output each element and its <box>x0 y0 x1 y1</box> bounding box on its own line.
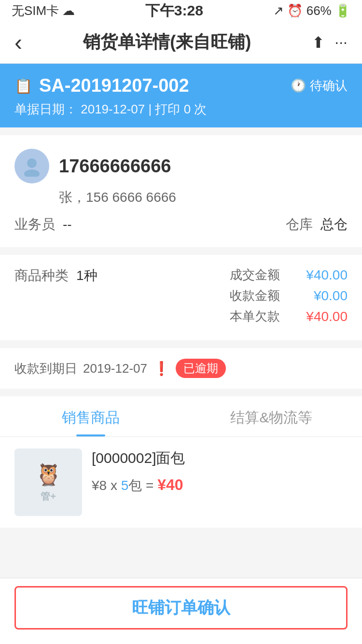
more-icon[interactable]: ··· <box>334 33 348 51</box>
nav-bar: ‹ 销货单详情(来自旺铺) ⬆ ··· <box>0 21 362 64</box>
status-bar: 无SIM卡 ☁ 下午3:28 ↗ ⏰ 66% 🔋 <box>0 0 362 21</box>
salesman-label: 业务员 <box>14 215 55 234</box>
svg-point-1 <box>24 169 40 177</box>
product-price: ¥8 x 5包 = ¥40 <box>92 476 348 495</box>
salesman-value: -- <box>63 217 72 232</box>
customer-meta: 业务员 -- 仓库 总仓 <box>14 215 348 234</box>
bottom-button-area: 旺铺订单确认 <box>0 578 362 644</box>
amount-label: 成交金额 <box>230 266 280 283</box>
warehouse-value: 总仓 <box>320 215 348 234</box>
status-time: 下午3:28 <box>145 1 203 21</box>
tabs-row: 销售商品 结算&物流等 <box>0 396 362 437</box>
owed-label: 本单欠款 <box>230 308 280 325</box>
order-header: 📋 SA-20191207-002 🕐 待确认 单据日期： 2019-12-07… <box>0 64 362 127</box>
sim-status: 无SIM卡 ☁ <box>12 2 75 19</box>
owed-value: ¥40.00 <box>290 309 348 324</box>
avatar <box>14 149 49 183</box>
clock-icon: 🕐 <box>291 78 306 93</box>
confirm-order-button[interactable]: 旺铺订单确认 <box>14 586 348 630</box>
product-name: [0000002]面包 <box>92 448 348 468</box>
product-type-value: 1种 <box>76 266 97 285</box>
overdue-badge: 已逾期 <box>176 359 226 378</box>
back-button[interactable]: ‹ <box>14 29 22 56</box>
nav-icons: ⬆ ··· <box>312 33 348 52</box>
due-date-value: 2019-12-07 <box>83 361 147 376</box>
customer-section: 17666666666 张，156 6666 6666 业务员 -- 仓库 总仓 <box>0 135 362 247</box>
thumb-brand-text: 管+ <box>41 490 56 503</box>
customer-name: 张，156 6666 6666 <box>59 188 348 207</box>
amount-value: ¥40.00 <box>290 267 348 283</box>
amounts-block: 成交金额 ¥40.00 收款金额 ¥0.00 本单欠款 ¥40.00 <box>230 266 348 329</box>
warehouse-label: 仓库 <box>286 215 313 234</box>
order-status: 🕐 待确认 <box>291 77 348 94</box>
product-type-label: 商品种类 <box>14 266 69 285</box>
battery-icon: ↗ ⏰ 66% 🔋 <box>273 3 350 18</box>
tab-settlement[interactable]: 结算&物流等 <box>181 396 362 436</box>
product-info: [0000002]面包 ¥8 x 5包 = ¥40 <box>92 448 348 516</box>
status-left: 无SIM卡 ☁ <box>12 2 75 19</box>
collection-label: 收款金额 <box>230 287 280 304</box>
product-thumbnail: 🦉 管+ <box>14 448 82 516</box>
collection-value: ¥0.00 <box>290 288 348 304</box>
order-icon: 📋 <box>14 77 32 94</box>
tab-sales-products[interactable]: 销售商品 <box>0 396 181 436</box>
share-icon[interactable]: ⬆ <box>312 33 325 52</box>
order-id: 📋 SA-20191207-002 <box>14 75 189 96</box>
thumb-icon: 🦉 <box>35 462 62 487</box>
status-right: ↗ ⏰ 66% 🔋 <box>273 3 350 18</box>
info-section: 商品种类 1种 成交金额 ¥40.00 收款金额 ¥0.00 本单欠款 ¥40.… <box>0 255 362 340</box>
order-date: 单据日期： 2019-12-07 | 打印 0 次 <box>14 101 348 118</box>
product-item: 🦉 管+ [0000002]面包 ¥8 x 5包 = ¥40 <box>0 437 362 528</box>
svg-point-0 <box>27 158 37 168</box>
customer-phone: 17666666666 <box>59 156 171 177</box>
overdue-icon: ❗ <box>153 361 170 377</box>
page-title: 销货单详情(来自旺铺) <box>83 30 251 54</box>
due-date-label: 收款到期日 <box>14 360 77 377</box>
due-section: 收款到期日 2019-12-07 ❗ 已逾期 <box>0 348 362 389</box>
tabs-section: 销售商品 结算&物流等 🦉 管+ [0000002]面包 ¥8 x 5包 = ¥… <box>0 396 362 528</box>
